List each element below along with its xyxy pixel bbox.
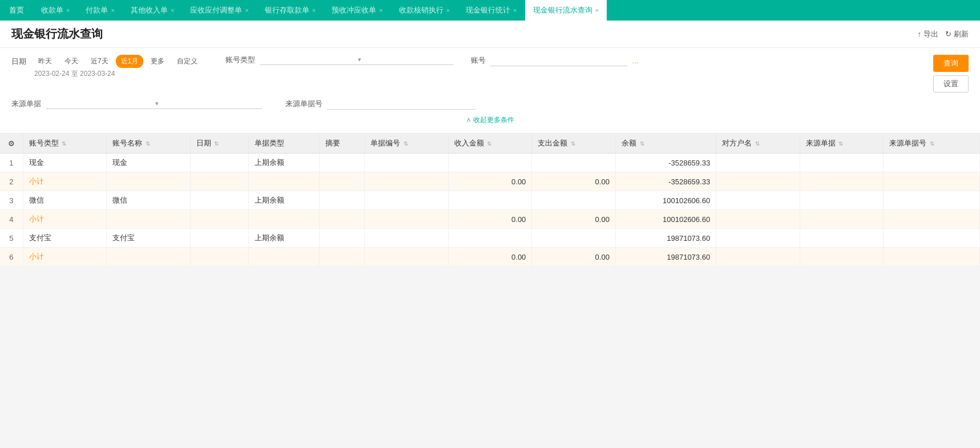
- sort-icon[interactable]: ⇅: [146, 140, 150, 147]
- cell-doc_type: [249, 210, 320, 229]
- today-btn[interactable]: 今天: [59, 55, 83, 68]
- close-icon[interactable]: ×: [446, 7, 450, 14]
- table-row[interactable]: 3微信微信上期余额100102606.60: [0, 191, 980, 210]
- refresh-icon: ↻: [945, 30, 951, 38]
- close-icon[interactable]: ×: [513, 7, 517, 14]
- nav-tab-yingshou[interactable]: 应收应付调整单 ×: [182, 0, 256, 21]
- table-row[interactable]: 6小计0.000.0019871073.60: [0, 248, 980, 267]
- month1-btn[interactable]: 近1月: [116, 55, 144, 68]
- cell-source_doc_no: [884, 210, 980, 229]
- query-button[interactable]: 查询: [933, 55, 969, 72]
- table-header: ⚙ 账号类型 ⇅ 账号名称 ⇅ 日期 ⇅ 单据类型 摘要: [0, 134, 980, 154]
- custom-btn[interactable]: 自定义: [172, 55, 203, 68]
- cell-doc_no: [365, 248, 449, 267]
- cell-no: 2: [0, 172, 23, 191]
- cell-summary: [319, 248, 365, 267]
- settings-gear-icon[interactable]: ⚙: [8, 139, 15, 148]
- close-icon[interactable]: ×: [66, 7, 70, 14]
- cell-counterpart: [716, 154, 800, 172]
- cell-account_type: 小计: [23, 210, 107, 229]
- account-input[interactable]: [490, 55, 627, 66]
- table-row[interactable]: 1现金现金上期余额-3528659.33: [0, 154, 980, 172]
- sort-icon[interactable]: ⇅: [62, 140, 66, 147]
- cell-source_doc: [800, 191, 884, 210]
- nav-tab-shoukuan[interactable]: 收款单 ×: [33, 0, 78, 21]
- export-button[interactable]: ↑ 导出: [918, 29, 939, 39]
- refresh-button[interactable]: ↻ 刷新: [945, 29, 969, 39]
- nav-tab-yushou[interactable]: 预收冲应收单 ×: [324, 0, 390, 21]
- cell-account_type: 现金: [23, 154, 107, 172]
- export-icon: ↑: [918, 30, 922, 38]
- table-row[interactable]: 4小计0.000.00100102606.60: [0, 210, 980, 229]
- cell-summary: [319, 172, 365, 191]
- source-doc-select[interactable]: ▾: [46, 99, 263, 109]
- account-dots[interactable]: ...: [632, 56, 638, 65]
- close-icon[interactable]: ×: [245, 7, 248, 14]
- nav-tab-yinhang[interactable]: 银行存取款单 ×: [257, 0, 324, 21]
- close-icon[interactable]: ×: [171, 7, 174, 14]
- cell-income: 0.00: [448, 172, 532, 191]
- table-body: 1现金现金上期余额-3528659.332小计0.000.00-3528659.…: [0, 154, 980, 267]
- page-header: 现金银行流水查询 ↑ 导出 ↻ 刷新: [0, 21, 980, 48]
- cell-source_doc: [800, 248, 884, 267]
- col-doc-type: 单据类型: [249, 134, 320, 154]
- source-doc-no-input[interactable]: [327, 98, 475, 110]
- nav-tab-fukuan[interactable]: 付款单 ×: [78, 0, 122, 21]
- cell-source_doc_no: [884, 154, 980, 172]
- col-date: 日期 ⇅: [190, 134, 249, 154]
- cell-doc_type: 上期余额: [249, 191, 320, 210]
- col-account-name: 账号名称 ⇅: [107, 134, 191, 154]
- cell-balance: 100102606.60: [615, 191, 716, 210]
- cell-balance: -3528659.33: [615, 172, 716, 191]
- cell-doc_type: 上期余额: [249, 154, 320, 172]
- sort-icon[interactable]: ⇅: [838, 140, 843, 147]
- dropdown-arrow-2-icon: ▾: [155, 100, 259, 107]
- nav-tab-qita[interactable]: 其他收入单 ×: [123, 0, 182, 21]
- cell-summary: [319, 229, 365, 248]
- action-buttons: 查询 设置: [933, 55, 969, 92]
- days7-btn[interactable]: 近7天: [86, 55, 114, 68]
- nav-home[interactable]: 首页: [0, 0, 33, 21]
- cell-date: [190, 210, 249, 229]
- sort-icon[interactable]: ⇅: [571, 140, 575, 147]
- sort-icon[interactable]: ⇅: [755, 140, 760, 147]
- sort-icon[interactable]: ⇅: [640, 140, 644, 147]
- sort-icon[interactable]: ⇅: [487, 140, 491, 147]
- yesterday-btn[interactable]: 昨天: [33, 55, 57, 68]
- cell-expense: 0.00: [532, 210, 616, 229]
- cell-balance: 19871073.60: [615, 248, 716, 267]
- cell-account_name: [107, 172, 191, 191]
- cell-doc_no: [365, 191, 449, 210]
- sort-icon[interactable]: ⇅: [404, 140, 408, 147]
- sort-icon[interactable]: ⇅: [214, 140, 219, 147]
- close-icon[interactable]: ×: [379, 7, 382, 14]
- close-icon[interactable]: ×: [111, 7, 114, 14]
- col-settings[interactable]: ⚙: [0, 134, 23, 154]
- source-doc-no-label: 来源单据号: [285, 99, 322, 109]
- cell-account_type: 微信: [23, 191, 107, 210]
- settings-button[interactable]: 设置: [933, 75, 969, 92]
- cell-expense: [532, 229, 616, 248]
- close-icon[interactable]: ×: [312, 7, 316, 14]
- cell-doc_no: [365, 172, 449, 191]
- cell-counterpart: [716, 248, 800, 267]
- account-type-select[interactable]: ▾: [260, 55, 454, 65]
- close-icon[interactable]: ×: [595, 7, 599, 14]
- header-actions: ↑ 导出 ↻ 刷新: [918, 29, 969, 39]
- cell-counterpart: [716, 210, 800, 229]
- nav-tab-liushui[interactable]: 现金银行流水查询 ×: [525, 0, 607, 21]
- cell-source_doc: [800, 172, 884, 191]
- cell-expense: [532, 191, 616, 210]
- more-btn[interactable]: 更多: [146, 55, 170, 68]
- cell-doc_type: [249, 248, 320, 267]
- cell-doc_no: [365, 154, 449, 172]
- collapse-bar[interactable]: ∧ 收起更多条件: [11, 112, 969, 128]
- cell-expense: 0.00: [532, 172, 616, 191]
- cell-income: [448, 229, 532, 248]
- table-row[interactable]: 2小计0.000.00-3528659.33: [0, 172, 980, 191]
- nav-tab-tongji[interactable]: 现金银行统计 ×: [458, 0, 525, 21]
- top-navigation: 首页 收款单 × 付款单 × 其他收入单 × 应收应付调整单 × 银行存取款单 …: [0, 0, 980, 21]
- sort-icon[interactable]: ⇅: [930, 140, 934, 147]
- nav-tab-shoukuan-hexiao[interactable]: 收款核销执行 ×: [391, 0, 458, 21]
- table-row[interactable]: 5支付宝支付宝上期余额19871073.60: [0, 229, 980, 248]
